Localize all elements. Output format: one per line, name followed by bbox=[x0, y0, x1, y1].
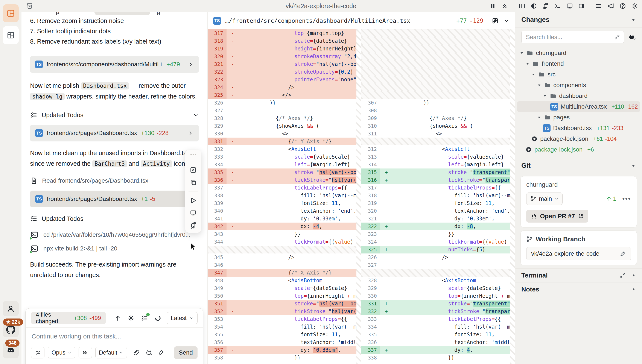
tool-call-row[interactable]: Read frontend/src/pages/Dashboard.tsx bbox=[30, 177, 199, 184]
diff-marker bbox=[227, 331, 239, 338]
latest-dropdown[interactable]: Latest bbox=[167, 312, 198, 324]
changes-section-header[interactable]: Changes bbox=[515, 12, 642, 27]
panel-left-icon[interactable] bbox=[518, 2, 525, 10]
diff-options-icon[interactable] bbox=[491, 17, 499, 24]
play-icon[interactable] bbox=[189, 196, 197, 204]
code-text: tickLabelProps={{ bbox=[392, 184, 515, 192]
diff-marker bbox=[380, 292, 392, 300]
line-number: 343 bbox=[208, 230, 227, 238]
send-button[interactable]: Send bbox=[174, 346, 198, 359]
swap-arrows-icon[interactable] bbox=[542, 2, 549, 10]
search-input[interactable]: Search files... bbox=[521, 31, 624, 43]
arrow-up-icon[interactable] bbox=[114, 315, 121, 322]
notes-section-header[interactable]: Notes bbox=[515, 282, 642, 296]
gear-icon[interactable] bbox=[631, 2, 638, 10]
settings-sliders-button[interactable] bbox=[31, 347, 45, 358]
monitor-icon[interactable] bbox=[190, 210, 197, 216]
code-text: left={margin.left} bbox=[392, 161, 515, 168]
rail-footer-github[interactable]: ★ 22k bbox=[3, 322, 19, 338]
terminal-command-row[interactable]: npx vite build 2>&1 | tail -20 bbox=[30, 244, 199, 253]
cat-icon[interactable] bbox=[145, 349, 153, 356]
tree-folder-pages[interactable]: pages bbox=[515, 112, 642, 123]
diff-filler-row bbox=[361, 52, 515, 60]
paperclip-icon[interactable] bbox=[133, 349, 140, 356]
diff-marker: - bbox=[227, 68, 239, 76]
rail-item-kanban[interactable] bbox=[3, 26, 19, 44]
line-number: 316 bbox=[361, 176, 380, 184]
git-compare-icon[interactable] bbox=[189, 222, 197, 229]
file-change-chip[interactable]: TSfrontend/src/pages/Dashboard.tsx+1-5 bbox=[30, 190, 199, 207]
code-text: fontSize: 11, bbox=[392, 200, 515, 207]
code-text: tickLabelProps={{ bbox=[392, 315, 515, 323]
pen-icon[interactable] bbox=[158, 349, 165, 356]
tree-folder-frontend[interactable]: frontend bbox=[515, 58, 642, 69]
model-dropdown[interactable]: Opus bbox=[48, 347, 75, 358]
spark-icon[interactable] bbox=[128, 315, 134, 322]
more-options-button[interactable]: ••• bbox=[622, 195, 631, 202]
zed-icon[interactable] bbox=[190, 166, 197, 174]
expand-icon[interactable] bbox=[620, 272, 626, 278]
copy-icon[interactable] bbox=[190, 179, 197, 186]
diff-marker: - bbox=[227, 300, 239, 308]
diff-filler-row bbox=[361, 60, 515, 68]
tree-folder-components[interactable]: components bbox=[515, 80, 642, 90]
tree-file-package-lock.json[interactable]: package-lock.json+6 bbox=[515, 144, 642, 155]
updated-todos-row[interactable]: Updated Todos bbox=[30, 112, 199, 119]
diff-additions: +77 bbox=[456, 18, 467, 24]
files-changed-chip[interactable]: 4 files changed +308 -499 bbox=[31, 312, 106, 324]
diff-line: 342- dx: -4, bbox=[208, 222, 361, 230]
diff-header[interactable]: TS …/frontend/src/components/dashboard/M… bbox=[208, 12, 515, 30]
terminal-command-row[interactable]: cd /private/var/folders/10/h7w0q46556ggr… bbox=[30, 230, 199, 239]
terminal-section-header[interactable]: Terminal bbox=[515, 268, 642, 282]
pause-icon[interactable] bbox=[489, 3, 496, 9]
tree-file-Dashboard.tsx[interactable]: TSDashboard.tsx+131-233 bbox=[515, 123, 642, 134]
floating-toolbar[interactable] bbox=[185, 150, 201, 233]
drag-handle-dots-icon[interactable] bbox=[190, 153, 197, 156]
chevrons-up-icon[interactable] bbox=[501, 2, 508, 10]
diff-marker: - bbox=[227, 91, 239, 99]
git-section-header[interactable]: Git bbox=[515, 158, 642, 173]
menu-icon[interactable] bbox=[595, 2, 602, 10]
branch-dropdown[interactable]: main bbox=[526, 192, 562, 205]
discord-icon bbox=[6, 346, 15, 355]
tree-file-MultiLineArea.tsx[interactable]: TSMultiLineArea.tsx+110-162 bbox=[517, 101, 640, 112]
file-stats: +131-233 bbox=[597, 125, 623, 132]
diff-marker bbox=[380, 200, 392, 207]
collapse-icon[interactable] bbox=[614, 34, 620, 40]
rail-footer-person[interactable] bbox=[3, 301, 19, 316]
chevron-down-icon[interactable] bbox=[503, 18, 509, 24]
panel-right-filled-icon[interactable] bbox=[578, 3, 585, 9]
file-change-chip[interactable]: TSfrontend/src/pages/Dashboard.tsx+130-2… bbox=[30, 125, 199, 142]
spinner-icon[interactable] bbox=[155, 315, 161, 321]
pencil-icon[interactable] bbox=[620, 250, 626, 257]
open-pr-button[interactable]: Open PR #7 bbox=[526, 210, 588, 222]
diff-marker bbox=[380, 238, 392, 246]
todo-list-icon[interactable] bbox=[141, 314, 148, 322]
megaphone-icon[interactable] bbox=[607, 2, 614, 10]
updated-todos-row[interactable]: Updated Todos bbox=[30, 215, 199, 222]
tree-file-package-lock.json[interactable]: package-lock.json+61-104 bbox=[515, 134, 642, 144]
diff-line: 328 {/* Axes */} bbox=[208, 114, 361, 122]
help-icon[interactable] bbox=[619, 2, 626, 10]
mode-dropdown[interactable]: Default bbox=[95, 347, 127, 358]
line-number: 357 bbox=[208, 346, 227, 354]
line-number: 323 bbox=[361, 230, 380, 238]
cat-icon[interactable] bbox=[627, 33, 636, 42]
rail-item-layout-panel[interactable] bbox=[3, 4, 19, 22]
contrast-icon[interactable] bbox=[530, 3, 537, 9]
working-branch-title: Working Branch bbox=[536, 236, 585, 243]
line-number: 330 bbox=[208, 130, 227, 138]
working-branch-field[interactable]: vk/4e2a-explore-the-code bbox=[526, 247, 631, 260]
chat-input[interactable]: Continue working on this task... bbox=[26, 328, 203, 345]
tree-folder-churnguard[interactable]: churnguard bbox=[515, 48, 642, 58]
line-number: 334 bbox=[208, 161, 227, 168]
monitor-icon[interactable] bbox=[566, 2, 573, 10]
line-number: 317 bbox=[361, 184, 380, 192]
rail-footer-discord[interactable]: 346 bbox=[3, 343, 19, 358]
tree-folder-dashboard[interactable]: dashboard bbox=[515, 90, 642, 101]
terminal-icon[interactable] bbox=[554, 2, 561, 10]
file-change-chip[interactable]: TSfrontend/src/components/dashboard/Mult… bbox=[30, 56, 199, 73]
fast-forward-button[interactable] bbox=[79, 347, 92, 358]
diff-line: 326 )} bbox=[208, 99, 361, 107]
tree-folder-src[interactable]: src bbox=[515, 69, 642, 80]
